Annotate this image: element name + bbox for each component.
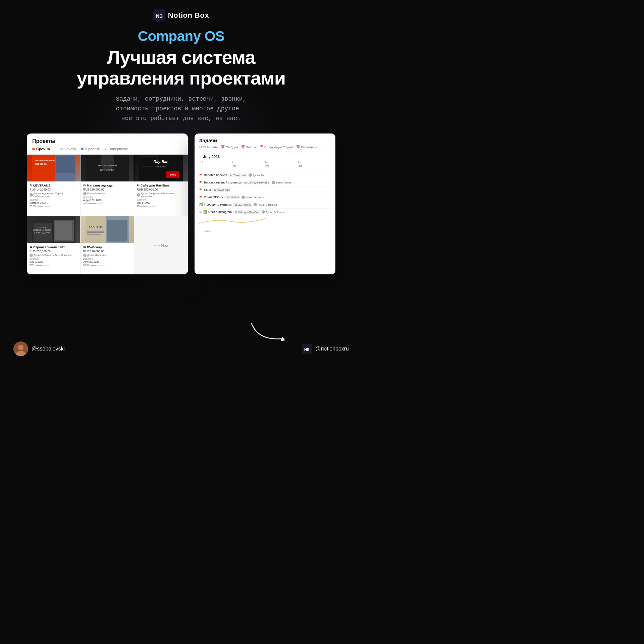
svg-text:И БАНЬ ПОД КЛЮЧ: И БАНЬ ПОД КЛЮЧ (34, 232, 49, 234)
notionbox-handle: @notionboxru (315, 346, 349, 352)
task-row-1[interactable]: 🚩 Верстка проекта 🗂 Travel сайт Дарья Ан… (195, 172, 335, 179)
project-card-new[interactable]: + + New (134, 216, 188, 274)
card-name-fashion: 🗂 Магазин одежды (83, 183, 131, 187)
task-name-2: Верстка главной страницы (204, 181, 241, 184)
brand-name: Notion Box (168, 11, 209, 20)
card-name-dv: 🗂 DV-Group (83, 245, 131, 249)
tasks-header: Задачи ⊟ Таймлайн 📅 Сегодня 📅 Завтра 📅 С… (195, 133, 335, 152)
author-avatar (13, 341, 28, 356)
task-row-2[interactable]: 🚩 Верстка главной страницы 🗂 Сайт для Ra… (195, 179, 335, 186)
svg-text:ДЕРЕВЯННЫХ ДОМОВ: ДЕРЕВЯННЫХ ДОМОВ (33, 229, 51, 231)
nav-next7[interactable]: 📅 Следующие 7 дней (260, 145, 293, 149)
card-progress-rayban: 25% (137, 205, 185, 207)
task-folder-tag-2: 🗂 Сайт для Ray-Ban (243, 181, 270, 184)
svg-text:NB: NB (156, 13, 163, 19)
card-person-construction: Денис Любимов • Анна Соколова (30, 254, 77, 257)
projects-screen: Проекты Срочно Не начато В работе ✓ Заве… (27, 133, 188, 274)
task-folder-tag-1: 🗂 Travel сайт (228, 173, 247, 177)
card-image-construction: ОТДЕЛКА ДЕРЕВЯННЫХ ДОМОВ И БАНЬ ПОД КЛЮЧ (27, 216, 80, 243)
card-info-fashion: 🗂 Магазин одежды RUB 190,000.00 Елена Ми… (80, 181, 134, 207)
task-rows: 🚩 Верстка проекта 🗂 Travel сайт Дарья Ан… (195, 170, 335, 228)
dv-image: ABOUT US (80, 216, 134, 243)
tab-done[interactable]: ✓ Завершено (105, 147, 128, 151)
header: NB Notion Box (0, 0, 362, 21)
fashion-image: НЕИЗМЕННАЯ КЛАССИКА (80, 155, 134, 181)
svg-text:NB: NB (304, 347, 310, 352)
project-card-rayban[interactable]: Ray-Ban SINCE 1937 NEW 🗂 Сайт для Ray-Ba… (134, 155, 188, 216)
day-col-30: S 30 (298, 160, 331, 168)
golden-bar-row (195, 216, 335, 227)
projects-grid: Автомобильные перевозки 🗂 LEVTRANS RUB 1… (27, 155, 188, 274)
task-row-3[interactable]: 🚩 SMM 🗂 Travel сайт (195, 186, 335, 194)
task-flag-icon-4: 🚩 (199, 196, 203, 199)
nav-today[interactable]: 📅 Сегодня (221, 145, 238, 149)
task-name-5: Проверить метрики (204, 203, 232, 206)
card-person-fashion: Елена Михеева (83, 192, 131, 195)
new-card-label: + New (158, 244, 169, 248)
tab-urgent[interactable]: Срочно (32, 147, 50, 151)
nav-timeline[interactable]: ⊟ Таймлайн (199, 145, 218, 149)
deadline-label-levtrans: Дедлайн (30, 199, 77, 201)
task-person-tag-4: Денис Любимов (241, 196, 264, 199)
task-person-tag-5: Роман Скворцов (254, 203, 277, 206)
add-new-button[interactable]: + + New (195, 228, 335, 234)
new-card-icon: + (154, 243, 157, 249)
task-flag-icon-3: 🚩 (199, 189, 203, 192)
card-price-levtrans: RUB 140,050.00 (30, 188, 77, 191)
tab-in-progress[interactable]: В работе (81, 147, 100, 151)
day-col-29: S 29 (265, 160, 298, 168)
card-progress-fashion: 50% (83, 202, 131, 205)
project-card-dv[interactable]: ABOUT US 🗂 DV-Group RUB 120,000.00 (80, 216, 134, 274)
svg-text:ОТДЕЛКА: ОТДЕЛКА (38, 226, 46, 228)
nav-calendar[interactable]: 📅 Календарь (296, 145, 317, 149)
hero-title-line1: Лучшая система (107, 47, 255, 68)
svg-text:NEW: NEW (170, 174, 176, 177)
card-deadline-levtrans: March 8, 2023 (30, 201, 77, 204)
footer-brand: NB @notionboxru (302, 344, 349, 354)
hero-description: Задачи, сотрудники, встречи, звонки, сто… (87, 94, 275, 123)
nav-tomorrow[interactable]: 📅 Завтра (241, 145, 256, 149)
task-check-icon-5: ✅ (199, 203, 203, 206)
tab-not-started[interactable]: Не начато (55, 147, 76, 151)
svg-text:SINCE 1937: SINCE 1937 (155, 166, 167, 168)
task-row-5[interactable]: ✅ Проверить метрики 🗂 LEVTRANS Роман Скв… (195, 201, 335, 209)
task-flag-icon-2: 🚩 (199, 181, 203, 184)
task-name-4: Отчёт SEO (204, 196, 219, 199)
footer: @ssobolevski NB @notionboxru (0, 335, 362, 362)
svg-point-34 (18, 345, 23, 350)
card-info-rayban: 🗂 Сайт для Ray-Ban RUB 350,000.00 Дарья … (134, 181, 188, 209)
svg-rect-21 (55, 221, 72, 240)
card-info-construction: 🗂 Строительный сайт RUB 230,000.00 Денис… (27, 243, 80, 268)
svg-rect-29 (87, 234, 101, 235)
month-label: July 2023 (203, 155, 220, 159)
hero-title-line2: управления проектами (77, 67, 285, 89)
construction-image: ОТДЕЛКА ДЕРЕВЯННЫХ ДОМОВ И БАНЬ ПОД КЛЮЧ (27, 216, 80, 243)
levtrans-image: Автомобильные перевозки (27, 155, 80, 181)
project-card-construction[interactable]: ОТДЕЛКА ДЕРЕВЯННЫХ ДОМОВ И БАНЬ ПОД КЛЮЧ… (27, 216, 80, 274)
card-image-fashion: НЕИЗМЕННАЯ КЛАССИКА (80, 155, 134, 181)
hero-subtitle: Company OS (27, 28, 335, 44)
task-row-4[interactable]: 🚩 Отчёт SEO 🗂 LEVTRANS Денис Любимов (195, 194, 335, 201)
task-folder-tag-4: 🗂 LEVTRANS (221, 196, 240, 199)
svg-rect-3 (32, 155, 55, 181)
card-progress-levtrans: 33.3% (30, 205, 77, 207)
card-person-levtrans: Дарья Андреева • Сергей Соболевский (30, 192, 77, 198)
task-row-6[interactable]: ☑ ✅ Пост в Instagram 🗂 Сайт для Ray-Ban … (195, 209, 335, 216)
hero-title: Лучшая система управления проектами (27, 47, 335, 88)
tab-urgent-dot (32, 148, 35, 150)
card-image-new: + + New (134, 216, 188, 274)
tab-not-started-dot (55, 148, 57, 150)
month-chevron: » (199, 155, 201, 158)
projects-screen-header: Проекты Срочно Не начато В работе ✓ Заве… (27, 133, 188, 155)
svg-rect-26 (86, 216, 106, 243)
task-name-1: Верстка проекта (204, 173, 227, 177)
task-folder-tag-6: 🗂 Сайт для Ray-Ban (233, 210, 260, 214)
project-card-levtrans[interactable]: Автомобильные перевозки 🗂 LEVTRANS RUB 1… (27, 155, 80, 216)
card-person-dv: Денис Любимов (83, 254, 131, 257)
svg-rect-28 (87, 231, 104, 233)
card-info-dv: 🗂 DV-Group RUB 120,000.00 Денис Любимов … (80, 243, 134, 268)
task-name-6: Пост в Instagram (208, 210, 232, 214)
task-person-tag-1: Дарья Анд (249, 173, 265, 177)
project-card-fashion[interactable]: НЕИЗМЕННАЯ КЛАССИКА 🗂 Магазин одежды RUB… (80, 155, 134, 216)
task-checkbox-icon-6: ☑ (199, 210, 202, 214)
